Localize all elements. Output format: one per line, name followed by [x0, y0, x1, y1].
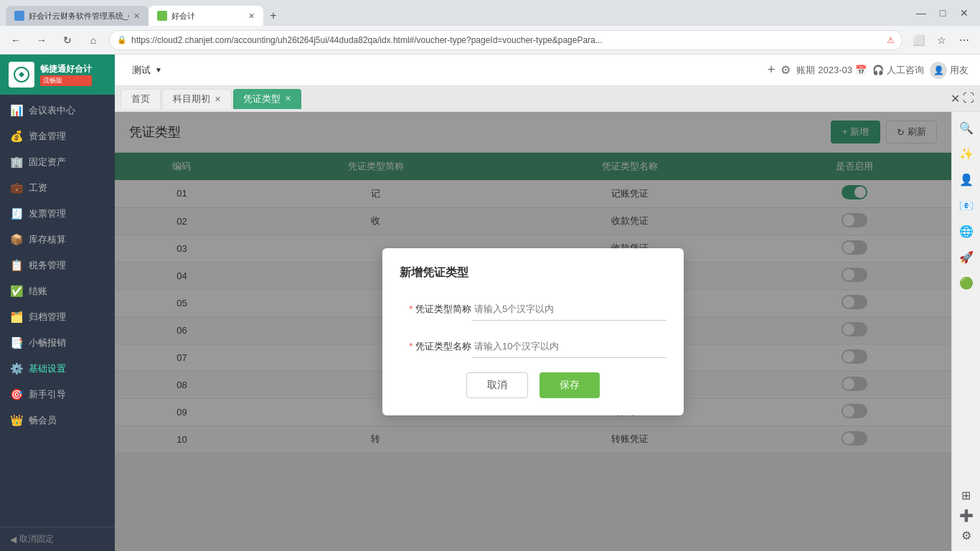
- minimize-button[interactable]: —: [911, 3, 931, 23]
- headset-icon: 🎧: [872, 65, 884, 75]
- tab-voucher-type[interactable]: 凭证类型 ✕: [233, 89, 301, 109]
- cancel-button-modal[interactable]: 取消: [466, 372, 528, 398]
- tab-voucher-close[interactable]: ✕: [285, 94, 291, 103]
- dashboard-icon: 📊: [10, 104, 23, 117]
- new-tab-button[interactable]: +: [263, 6, 283, 26]
- tab-close-1[interactable]: ✕: [133, 11, 140, 21]
- sidebar-item-salary[interactable]: 💼 工资: [0, 175, 115, 201]
- sidebar-item-archive[interactable]: 🗂️ 归档管理: [0, 304, 115, 330]
- form-row-name: 凭证类型名称: [400, 335, 666, 358]
- new-voucher-modal: 新增凭证类型 凭证类型简称 凭证类型名称 取消 保存: [382, 248, 684, 415]
- settlement-icon: ✅: [10, 285, 23, 298]
- modal-actions: 取消 保存: [400, 372, 666, 398]
- app-container: 畅捷通好合计 流畅版 📊 会议表中心 💰 资金管理 🏢 固定资产 💼 工资: [0, 55, 980, 551]
- refresh-button[interactable]: ↻: [57, 30, 77, 50]
- settings-gear-icon[interactable]: ⚙: [781, 63, 791, 77]
- logo-badge: 流畅版: [40, 75, 92, 86]
- top-bar-actions: + ⚙ 账期 2023-03 📅 🎧 人工咨询 👤 用友: [768, 62, 969, 79]
- save-button-modal[interactable]: 保存: [540, 372, 600, 398]
- calendar-icon[interactable]: 📅: [855, 65, 867, 75]
- window-controls: — □ ✕: [911, 3, 974, 23]
- sidebar-item-invoice[interactable]: 🧾 发票管理: [0, 201, 115, 227]
- sidebar-label-settings: 基础设置: [29, 362, 66, 375]
- add-right-icon[interactable]: ➕: [956, 505, 976, 525]
- browser-tab-1[interactable]: 好会计云财务软件管理系统_会计 ✕: [6, 6, 149, 26]
- maximize-button[interactable]: □: [933, 3, 953, 23]
- close-button[interactable]: ✕: [954, 3, 974, 23]
- app1-icon[interactable]: 🚀: [956, 247, 976, 267]
- form-row-short: 凭证类型简称: [400, 298, 666, 321]
- inventory-icon: 📦: [10, 233, 23, 246]
- tab-subjects[interactable]: 科目期初 ✕: [162, 89, 232, 109]
- company-name: 测试: [132, 64, 151, 77]
- user-info[interactable]: 👤 用友: [930, 62, 969, 79]
- home-button[interactable]: ⌂: [83, 30, 103, 50]
- sidebar: 畅捷通好合计 流畅版 📊 会议表中心 💰 资金管理 🏢 固定资产 💼 工资: [0, 55, 115, 551]
- toolbar-actions: ⬜ ☆ ⋯: [908, 30, 974, 50]
- sidebar-label-dashboard: 会议表中心: [29, 104, 75, 117]
- grid-icon[interactable]: ⊞: [956, 485, 976, 505]
- cancel-pin-button[interactable]: ◀ 取消固定: [0, 527, 115, 551]
- period-value: 2023-03: [818, 65, 852, 75]
- app2-icon[interactable]: 🟢: [956, 273, 976, 293]
- modal-overlay[interactable]: 新增凭证类型 凭证类型简称 凭证类型名称 取消 保存: [115, 112, 951, 551]
- sidebar-logo: 畅捷通好合计 流畅版: [0, 55, 115, 95]
- content-area: 凭证类型 + 新增 ↻ 刷新 编码 凭证类型: [115, 112, 951, 551]
- ai-icon[interactable]: ✨: [956, 143, 976, 164]
- settings-icon[interactable]: ⋯: [954, 30, 974, 50]
- consult-label: 人工咨询: [887, 64, 924, 77]
- tab-voucher-label: 凭证类型: [243, 93, 281, 105]
- tab-title-2: 好会计: [171, 11, 195, 22]
- tab-close-2[interactable]: ✕: [248, 11, 255, 21]
- right-sidebar-bottom: ⊞ ➕ ⚙: [956, 485, 976, 545]
- sidebar-item-assets[interactable]: 🏢 固定资产: [0, 149, 115, 175]
- sidebar-item-member[interactable]: 👑 畅会员: [0, 408, 115, 433]
- period-info: 账期 2023-03 📅: [796, 64, 867, 77]
- sidebar-item-settings[interactable]: ⚙️ 基础设置: [0, 356, 115, 382]
- member-icon: 👑: [10, 414, 23, 427]
- sidebar-item-inventory[interactable]: 📦 库存核算: [0, 227, 115, 253]
- sidebar-item-funds[interactable]: 💰 资金管理: [0, 123, 115, 149]
- search-right-icon[interactable]: 🔍: [956, 118, 976, 138]
- address-text: https://cloud2.chanjet.com/accounting/uh…: [131, 35, 882, 45]
- name-label: 凭证类型名称: [400, 340, 471, 353]
- edge-icon[interactable]: 🌐: [956, 221, 976, 241]
- add-button[interactable]: +: [768, 62, 776, 77]
- address-bar[interactable]: 🔒 https://cloud2.chanjet.com/accounting/…: [109, 30, 903, 50]
- sidebar-item-settlement[interactable]: ✅ 结账: [0, 278, 115, 304]
- sidebar-label-expense: 小畅报销: [29, 336, 66, 349]
- company-selector[interactable]: 测试 ▼: [126, 61, 168, 80]
- salary-icon: 💼: [10, 182, 23, 194]
- consult-button[interactable]: 🎧 人工咨询: [872, 64, 924, 77]
- sidebar-item-expense[interactable]: 📑 小畅报销: [0, 330, 115, 356]
- user-name: 用友: [950, 64, 969, 77]
- sidebar-item-guide[interactable]: 🎯 新手引导: [0, 382, 115, 408]
- back-button[interactable]: ←: [6, 30, 26, 50]
- forward-button[interactable]: →: [32, 30, 52, 50]
- short-input[interactable]: [471, 298, 666, 321]
- settings-right-icon[interactable]: ⚙: [956, 525, 976, 545]
- browser-toolbar: ← → ↻ ⌂ 🔒 https://cloud2.chanjet.com/acc…: [0, 26, 980, 55]
- browser-tab-2[interactable]: 好会计 ✕: [149, 6, 263, 26]
- tab-subjects-close[interactable]: ✕: [215, 95, 221, 104]
- assets-icon: 🏢: [10, 156, 23, 169]
- period-label: 账期: [796, 64, 815, 77]
- name-input[interactable]: [471, 335, 666, 358]
- sidebar-item-dashboard[interactable]: 📊 会议表中心: [0, 98, 115, 123]
- collapse-icon[interactable]: ✕: [951, 92, 960, 105]
- lock-icon: 🔒: [117, 35, 127, 44]
- outlook-icon[interactable]: 📧: [956, 195, 976, 215]
- sidebar-item-tax[interactable]: 📋 税务管理: [0, 253, 115, 278]
- expand-icon[interactable]: ⛶: [963, 92, 974, 105]
- tab-home[interactable]: 首页: [121, 89, 161, 109]
- archive-icon: 🗂️: [10, 311, 23, 324]
- logo-title: 畅捷通好合计: [40, 63, 92, 75]
- extensions-icon[interactable]: ⬜: [908, 30, 928, 50]
- sidebar-label-funds: 资金管理: [29, 130, 66, 143]
- chevron-down-icon: ▼: [155, 66, 162, 74]
- funds-icon: 💰: [10, 130, 23, 143]
- browser-tabs: 好会计云财务软件管理系统_会计 ✕ 好会计 ✕ +: [6, 0, 903, 26]
- favorites-icon[interactable]: ☆: [931, 30, 951, 50]
- profile-icon[interactable]: 👤: [956, 169, 976, 189]
- sidebar-label-archive: 归档管理: [29, 311, 66, 324]
